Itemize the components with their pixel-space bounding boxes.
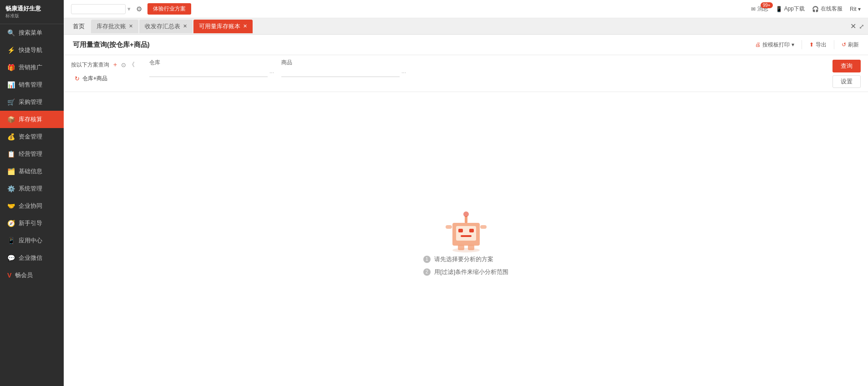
tab-batch-account-label: 库存批次账 (96, 22, 126, 31)
apps-icon: 📱 (7, 237, 15, 244)
purchase-icon: 🛒 (7, 98, 15, 106)
query-filters: 仓库 ··· 商品 ··· (149, 59, 827, 77)
logo: 畅康通好生意 标准版 (0, 0, 64, 24)
refresh-button[interactable]: ↺ 刷新 (842, 41, 859, 49)
setting-button[interactable]: 设置 (832, 75, 861, 88)
svg-rect-2 (456, 226, 476, 241)
warehouse-label: 仓库 (149, 59, 274, 67)
scheme-item-warehouse-goods[interactable]: ↻ 仓库+商品 (71, 72, 144, 85)
topbar-search: ▾ (71, 4, 131, 14)
print-icon: 🖨 (755, 41, 761, 48)
tab-batch-account[interactable]: 库存批次账 ✕ (91, 20, 138, 33)
enterprise-icon: 🤝 (7, 202, 15, 210)
sidebar-item-inventory[interactable]: 📦 库存核算 (0, 111, 64, 128)
scheme-item-label: 仓库+商品 (82, 75, 107, 82)
goods-label: 商品 (281, 59, 406, 67)
sidebar-item-apps[interactable]: 📱 应用中心 (0, 232, 64, 249)
export-label: 导出 (816, 41, 827, 49)
hint-text-2: 用[过滤]条件来缩小分析范围 (434, 268, 508, 276)
base-icon: 🗂️ (7, 168, 15, 175)
goods-more-button[interactable]: ··· (401, 69, 406, 76)
refresh-icon: ↺ (842, 41, 846, 48)
sidebar-item-guide[interactable]: 🧭 新手引导 (0, 215, 64, 232)
tab-available-ledger-close[interactable]: ✕ (243, 23, 247, 29)
refresh-label: 刷新 (848, 41, 859, 49)
sidebar-item-purchase[interactable]: 🛒 采购管理 (0, 93, 64, 111)
scheme-header: 按以下方案查询 ＋ ⊙ 《 (71, 59, 144, 71)
search-input[interactable] (71, 4, 126, 14)
tabbar-expand-button[interactable]: ⤢ (859, 23, 864, 30)
sidebar-item-label: 销售管理 (19, 81, 42, 89)
goods-input[interactable] (281, 67, 400, 77)
sidebar-item-finance[interactable]: 💰 资金管理 (0, 128, 64, 145)
app-download-button[interactable]: 📱 App下载 (776, 5, 805, 13)
sidebar-item-base[interactable]: 🗂️ 基础信息 (0, 163, 64, 180)
svg-rect-3 (458, 229, 463, 232)
sidebar-item-enterprise[interactable]: 🤝 企业协同 (0, 197, 64, 215)
svg-rect-5 (461, 235, 472, 237)
warehouse-input[interactable] (149, 67, 268, 77)
query-area: 按以下方案查询 ＋ ⊙ 《 ↻ 仓库+商品 仓库 ··· 商品 (64, 55, 868, 92)
logo-subtitle: 标准版 (5, 13, 58, 19)
svg-rect-10 (458, 245, 464, 250)
filter-warehouse: 仓库 ··· (149, 59, 274, 77)
sidebar-item-label: 企业微信 (19, 254, 42, 262)
user-menu[interactable]: Rit ▾ (850, 6, 861, 12)
sidebar-item-operations[interactable]: 📋 经营管理 (0, 145, 64, 163)
sidebar-item-member[interactable]: V 畅会员 (0, 267, 64, 284)
sidebar-item-marketing[interactable]: 🎁 营销推广 (0, 59, 64, 76)
sidebar-scroll: 🔍 搜索菜单 ⚡ 快捷导航 🎁 营销推广 📊 销售管理 🛒 采购管理 📦 库存核… (0, 24, 64, 386)
wechat-icon: 💬 (7, 254, 15, 262)
tabbar-close-button[interactable]: ✕ (850, 22, 856, 31)
add-scheme-button[interactable]: ＋ (112, 61, 118, 69)
app-download-label: App下载 (784, 5, 805, 13)
topbar-actions: ✉ 消息 99+ 📱 App下载 🎧 在线客服 Rit ▾ (751, 5, 861, 13)
search-icon: 🔍 (7, 29, 15, 36)
tab-receive-summary-close[interactable]: ✕ (183, 23, 187, 29)
username: Rit (850, 6, 857, 12)
gear-icon[interactable]: ⚙ (136, 5, 142, 13)
warehouse-more-button[interactable]: ··· (269, 69, 274, 76)
tab-batch-account-close[interactable]: ✕ (129, 23, 133, 29)
sidebar-item-label: 经营管理 (19, 150, 42, 158)
collapse-button[interactable]: 《 (129, 61, 135, 69)
tabbar: 首页 库存批次账 ✕ 收发存汇总表 ✕ 可用量库存账本 ✕ ✕ ⤢ (64, 18, 868, 35)
message-icon: ✉ (751, 6, 756, 12)
message-button[interactable]: ✉ 消息 99+ (751, 5, 768, 13)
sidebar-item-sales[interactable]: 📊 销售管理 (0, 76, 64, 93)
scheme-header-label: 按以下方案查询 (71, 61, 109, 69)
tab-receive-summary[interactable]: 收发存汇总表 ✕ (139, 20, 193, 33)
trial-button[interactable]: 体验行业方案 (147, 3, 191, 15)
sidebar-item-search[interactable]: 🔍 搜索菜单 (0, 24, 64, 41)
filter-goods: 商品 ··· (281, 59, 406, 77)
sidebar-item-system[interactable]: ⚙️ 系统管理 (0, 180, 64, 197)
sidebar-item-wechat[interactable]: 💬 企业微信 (0, 249, 64, 267)
guide-icon: 🧭 (7, 220, 15, 227)
sidebar: 畅康通好生意 标准版 🔍 搜索菜单 ⚡ 快捷导航 🎁 营销推广 📊 销售管理 🛒… (0, 0, 64, 386)
empty-hints: 1 请先选择要分析的方案 2 用[过滤]条件来缩小分析范围 (423, 255, 508, 276)
sidebar-item-shortcut[interactable]: ⚡ 快捷导航 (0, 41, 64, 59)
tab-home[interactable]: 首页 (67, 20, 90, 33)
print-button[interactable]: 🖨 按模板打印 ▾ (755, 41, 794, 49)
page-header: 可用量查询(按仓库+商品) 🖨 按模板打印 ▾ ⬆ 导出 ↺ 刷新 (64, 35, 868, 55)
chevron-down-icon[interactable]: ▾ (127, 5, 131, 12)
setting-scheme-button[interactable]: ⊙ (121, 62, 126, 68)
hint-text-1: 请先选择要分析的方案 (434, 255, 493, 263)
tab-receive-summary-label: 收发存汇总表 (145, 22, 180, 31)
print-chevron[interactable]: ▾ (792, 41, 794, 48)
hint-item-2: 2 用[过滤]条件来缩小分析范围 (423, 268, 508, 276)
query-button[interactable]: 查询 (832, 60, 861, 72)
sidebar-item-label: 企业协同 (19, 202, 42, 210)
tab-available-ledger[interactable]: 可用量库存账本 ✕ (193, 20, 253, 33)
customer-service-button[interactable]: 🎧 在线客服 (812, 5, 843, 13)
headset-icon: 🎧 (812, 6, 819, 12)
page-title: 可用量查询(按仓库+商品) (73, 41, 150, 49)
system-icon: ⚙️ (7, 185, 15, 192)
export-button[interactable]: ⬆ 导出 (809, 41, 827, 49)
operations-icon: 📋 (7, 150, 15, 158)
sidebar-item-label: 库存核算 (19, 115, 42, 124)
empty-state: 1 请先选择要分析的方案 2 用[过滤]条件来缩小分析范围 (64, 92, 868, 386)
sidebar-item-label: 基础信息 (19, 167, 42, 175)
tab-home-label: 首页 (73, 22, 85, 31)
svg-rect-4 (469, 229, 474, 232)
